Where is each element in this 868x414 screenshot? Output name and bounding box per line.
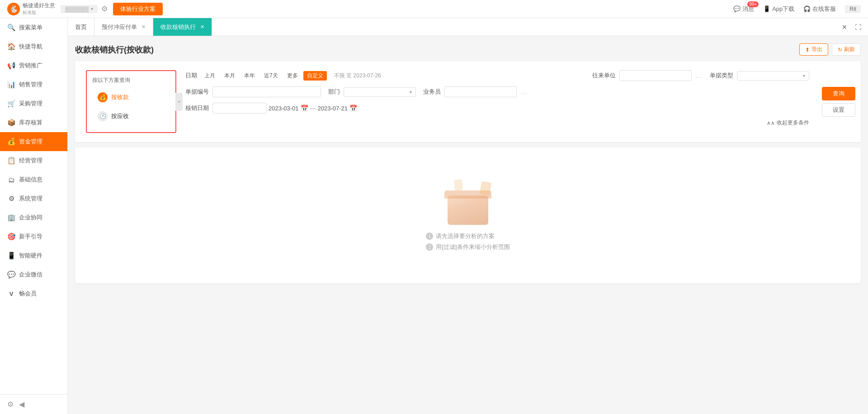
page-title: 收款核销执行(按收款) bbox=[75, 44, 154, 55]
verify-date-to-display: 2023-07-21 bbox=[318, 105, 348, 112]
last-month-option[interactable]: 上月 bbox=[201, 71, 219, 81]
sidebar-item-shortcut[interactable]: 🏠 快捷导航 bbox=[0, 37, 67, 56]
verify-date-from-calendar-icon[interactable]: 📅 bbox=[301, 105, 308, 112]
date-current: 不限 至 2023-07-26 bbox=[334, 72, 381, 80]
app-icon: 📱 bbox=[763, 5, 770, 12]
salesperson-input[interactable] bbox=[444, 86, 517, 97]
finance-icon: 💰 bbox=[7, 138, 15, 146]
settings-icon[interactable]: ⚙ bbox=[101, 5, 108, 13]
filter-left-panel: 按以下方案查询 💰 按收款 🕐 按应收 « bbox=[86, 70, 176, 133]
sidebar-item-member[interactable]: V 畅会员 bbox=[0, 284, 67, 303]
tab-close-all-button[interactable]: ✕ bbox=[838, 21, 851, 33]
company-name: 畅捷通好生意 bbox=[23, 2, 55, 10]
doc-no-input[interactable] bbox=[212, 86, 321, 97]
collection-tab-close-icon[interactable]: ✕ bbox=[200, 24, 204, 30]
chevron-up-icon: ∧∧ bbox=[767, 120, 775, 126]
salesperson-more-icon[interactable]: … bbox=[520, 88, 528, 96]
verify-date-to-calendar-icon[interactable]: 📅 bbox=[349, 105, 357, 112]
sidebar-item-guide[interactable]: 🎯 新手引导 bbox=[0, 227, 67, 246]
sidebar-item-hardware[interactable]: 📱 智能硬件 bbox=[0, 246, 67, 265]
collapse-left-panel-button[interactable]: « bbox=[175, 93, 183, 111]
sidebar-item-label: 智能硬件 bbox=[19, 252, 42, 260]
sidebar-settings-icon[interactable]: ⚙ bbox=[7, 400, 14, 409]
verify-date-field: 核销日期 2023-03-01 📅 — 2023-07-21 📅 bbox=[185, 103, 357, 114]
customer-service-button[interactable]: 🎧 在线客服 bbox=[803, 5, 836, 13]
this-year-option[interactable]: 本年 bbox=[241, 71, 259, 81]
sidebar-item-search[interactable]: 🔍 搜索菜单 bbox=[0, 18, 67, 37]
department-field: 部门 ▾ bbox=[328, 87, 416, 97]
info-icon: 🗂 bbox=[7, 176, 15, 184]
hint-num-1: 1 bbox=[426, 233, 433, 240]
query-button[interactable]: 查询 bbox=[822, 87, 855, 100]
verify-date-label: 核销日期 bbox=[185, 104, 209, 112]
counterparty-more-icon[interactable]: … bbox=[695, 71, 703, 80]
this-month-option[interactable]: 本月 bbox=[221, 71, 239, 81]
hint-text-2: 用[过滤]条件来缩小分析范围 bbox=[436, 243, 509, 251]
sidebar-item-label: 新手引导 bbox=[19, 233, 42, 241]
sidebar-collapse-icon[interactable]: ◀ bbox=[19, 400, 24, 409]
date-field: 日期 上月 本月 本年 近7天 更多 自定义 不 bbox=[185, 71, 381, 81]
sidebar-item-label: 搜索菜单 bbox=[19, 24, 42, 32]
filter-main: 按以下方案查询 💰 按收款 🕐 按应收 « bbox=[75, 61, 822, 142]
counterparty-input[interactable] bbox=[619, 70, 692, 81]
tab-prepay[interactable]: 预付冲应付单 ✕ bbox=[94, 18, 153, 36]
doc-type-select[interactable]: ▾ bbox=[737, 71, 809, 81]
verify-date-from-input[interactable] bbox=[212, 103, 267, 114]
tab-expand-button[interactable]: ⛶ bbox=[852, 21, 864, 33]
department-select[interactable]: ▾ bbox=[344, 87, 416, 97]
service-label: 在线客服 bbox=[812, 5, 836, 13]
sidebar-item-enterprise[interactable]: 🏢 企业协同 bbox=[0, 208, 67, 227]
hint-text-1: 请先选择要分析的方案 bbox=[436, 232, 495, 240]
filter-option-by-receipt[interactable]: 💰 按收款 bbox=[92, 89, 170, 106]
box-icon: 📦 bbox=[7, 119, 15, 127]
receipt-option-label: 按收款 bbox=[111, 93, 129, 101]
tab-home[interactable]: 首页 bbox=[68, 18, 94, 36]
department-arrow-icon: ▾ bbox=[410, 90, 412, 95]
filter-option-by-receivable[interactable]: 🕐 按应收 bbox=[92, 108, 170, 125]
sidebar-item-system[interactable]: ⚙ 系统管理 bbox=[0, 189, 67, 208]
sidebar-item-inventory[interactable]: 📦 库存核算 bbox=[0, 113, 67, 132]
prepay-tab-close-icon[interactable]: ✕ bbox=[142, 24, 146, 30]
sidebar-item-marketing[interactable]: 📢 营销推广 bbox=[0, 56, 67, 75]
app-download-label: App下载 bbox=[772, 5, 794, 13]
sidebar-item-label: 采购管理 bbox=[19, 100, 42, 108]
export-button[interactable]: ⬆ 导出 bbox=[799, 43, 828, 56]
receivable-option-label: 按应收 bbox=[111, 112, 129, 120]
search-icon: 🔍 bbox=[7, 24, 15, 32]
export-label: 导出 bbox=[811, 46, 822, 53]
tab-collection[interactable]: 收款核销执行 ✕ bbox=[153, 18, 212, 36]
refresh-button[interactable]: ↻ 刷新 bbox=[832, 43, 861, 56]
user-avatar[interactable]: Rit bbox=[845, 5, 861, 13]
sidebar-item-operations[interactable]: 📋 经营管理 bbox=[0, 151, 67, 170]
message-button[interactable]: 💬 消息 99+ bbox=[733, 5, 754, 13]
custom-date-option[interactable]: 自定义 bbox=[303, 71, 327, 81]
collapse-more-button[interactable]: ∧∧ 收起更多条件 bbox=[767, 119, 809, 127]
doc-type-arrow-icon: ▾ bbox=[803, 73, 805, 78]
empty-illustration bbox=[441, 180, 495, 225]
company-selector[interactable]: ▓▓▓▓▓▓ ▾ bbox=[61, 5, 98, 13]
sidebar-item-finance[interactable]: 💰 资金管理 bbox=[0, 132, 67, 151]
sidebar-item-basic[interactable]: 🗂 基础信息 bbox=[0, 170, 67, 189]
sidebar-item-purchase[interactable]: 🛒 采购管理 bbox=[0, 94, 67, 113]
guide-icon: 🎯 bbox=[7, 233, 15, 241]
sidebar-item-wechat[interactable]: 💬 企业微信 bbox=[0, 265, 67, 284]
illus-paper-2 bbox=[453, 179, 463, 191]
last-7-days-option[interactable]: 近7天 bbox=[260, 71, 282, 81]
receipt-option-icon: 💰 bbox=[98, 92, 108, 102]
hardware-icon: 📱 bbox=[7, 252, 15, 260]
ops-icon: 📋 bbox=[7, 157, 15, 165]
filter-settings-button[interactable]: 设置 bbox=[822, 103, 855, 117]
page-header: 收款核销执行(按收款) ⬆ 导出 ↻ 刷新 bbox=[75, 43, 861, 56]
app-download-button[interactable]: 📱 App下载 bbox=[763, 5, 794, 13]
sidebar-item-sales[interactable]: 📊 销售管理 bbox=[0, 75, 67, 94]
more-option[interactable]: 更多 bbox=[283, 71, 302, 81]
empty-hint-2: 2 用[过滤]条件来缩小分析范围 bbox=[426, 243, 509, 251]
industry-solution-button[interactable]: 体验行业方案 bbox=[113, 3, 163, 15]
topbar-right: 💬 消息 99+ 📱 App下载 🎧 在线客服 Rit bbox=[733, 5, 861, 13]
empty-hint-1: 1 请先选择要分析的方案 bbox=[426, 232, 495, 240]
empty-state: 1 请先选择要分析的方案 2 用[过滤]条件来缩小分析范围 bbox=[426, 152, 509, 278]
date-options: 上月 本月 本年 近7天 更多 自定义 bbox=[201, 71, 327, 81]
sidebar-item-label: 经营管理 bbox=[19, 157, 42, 165]
collection-tab-label: 收款核销执行 bbox=[160, 23, 196, 31]
empty-text: 1 请先选择要分析的方案 2 用[过滤]条件来缩小分析范围 bbox=[426, 232, 509, 251]
